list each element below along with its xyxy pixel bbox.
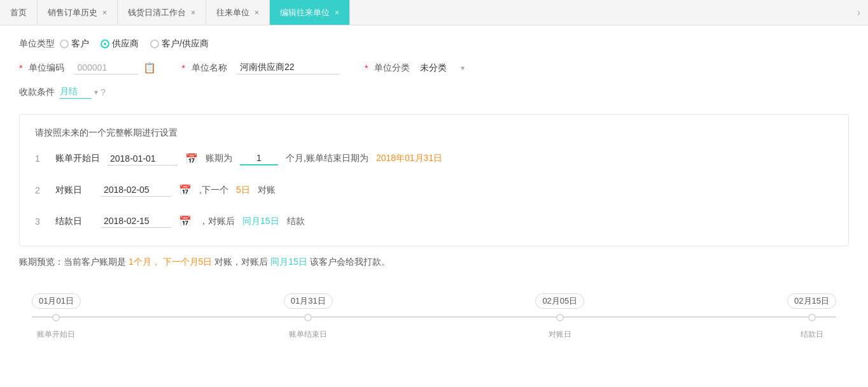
preview-part5: 该客户会给我打款。 [310,257,390,267]
row-2-date-input[interactable] [101,183,171,197]
unit-name-star: * [181,63,185,73]
timeline-items: 01月01日 账单开始日 01月31日 账单结束日 02月05日 对账日 02月… [32,293,836,340]
question-icon[interactable]: ? [101,87,106,97]
row-1-num: 1 [35,153,48,164]
radio-both[interactable]: 客户/供应商 [150,38,209,50]
radio-customer[interactable]: 客户 [60,38,89,50]
unit-category-group: * 单位分类 未分类 ▾ [365,62,465,74]
tab-cashwork-label: 钱货日清工作台 [128,7,186,18]
tab-partner[interactable]: 往来单位 × [206,0,270,25]
timeline-sublabel-4: 结款日 [801,329,823,340]
tab-partner-close[interactable]: × [255,8,259,17]
row-3-num: 3 [35,216,48,227]
unit-category-value: 未分类 [420,62,458,74]
row-3-prefix: ，对账后 [199,216,235,227]
timeline-dot-3 [556,314,564,321]
tab-sales-history[interactable]: 销售订单历史 × [38,0,118,25]
row-2-label: 对账日 [55,185,94,196]
tab-partner-label: 往来单位 [216,7,249,18]
tab-home[interactable]: 首页 [0,0,38,25]
timeline-badge-4: 02月15日 [787,293,836,309]
unit-code-input[interactable] [74,61,138,74]
preview-part2: 下一个月5日 [163,257,213,267]
row-1-calendar-icon[interactable]: 📅 [185,153,198,165]
row-1-suffix-before: 账期为 [206,153,232,164]
tab-edit-partner-close[interactable]: × [335,8,339,17]
tab-sales-history-close[interactable]: × [102,8,107,17]
row-3-label: 结款日 [55,216,94,227]
unit-category-label: 单位分类 [374,62,410,74]
unit-name-group: * 单位名称 [181,61,339,74]
preview-label: 账期预览：当前客户账期是 [19,257,126,267]
radio-supplier-circle [101,39,109,48]
tab-edit-partner-label: 编辑往来单位 [280,7,330,18]
unit-code-group: * 单位编码 📋 [19,61,156,74]
row-3-calendar-icon[interactable]: 📅 [179,215,192,227]
row-2-prefix: ,下一个 [199,185,228,196]
unit-category-chevron-icon[interactable]: ▾ [461,64,465,73]
unit-info-row: * 单位编码 📋 * 单位名称 * 单位分类 未分类 ▾ [19,61,849,74]
row-3-suffix-after: 结款 [287,216,305,227]
unit-category-dropdown[interactable]: 未分类 ▾ [420,62,465,74]
timeline-item-4: 02月15日 结款日 [787,293,836,340]
payment-chevron-icon[interactable]: ▾ [94,88,98,97]
setting-row-1: 1 账单开始日 📅 账期为 个月,账单结束日期为 2018年01月31日 [35,151,833,165]
preview-part4: 同月15日 [270,257,307,267]
unit-code-label: 单位编码 [29,62,64,74]
unit-name-label: 单位名称 [192,62,227,74]
payment-value: 月结 [60,86,92,99]
radio-customer-label: 客户 [71,38,89,50]
preview-section: 账期预览：当前客户账期是 1个月， 下一个月5日 对账，对账后 同月15日 该客… [19,246,849,281]
timeline-badge-3: 02月05日 [535,293,584,309]
section-desc: 请按照未来的一个完整帐期进行设置 [35,127,833,139]
tab-home-label: 首页 [10,7,27,18]
unit-name-input[interactable] [237,61,339,74]
row-1-period-input[interactable] [240,151,278,165]
row-1-date-input[interactable] [108,152,178,165]
payment-row: 收款条件 月结 ▾ ? [19,86,849,99]
timeline-dot-2 [304,314,312,321]
unit-category-star: * [365,63,368,73]
row-1-label: 账单开始日 [55,153,100,164]
radio-supplier[interactable]: 供应商 [101,38,139,50]
row-2-calendar-icon[interactable]: 📅 [179,184,192,196]
tab-cashwork-close[interactable]: × [191,8,195,17]
timeline-badge-1: 01月01日 [32,293,81,309]
payment-label: 收款条件 [19,87,55,98]
timeline-item-1: 01月01日 账单开始日 [32,293,81,340]
timeline-sublabel-3: 对账日 [549,329,571,340]
row-3-highlight-mid: 同月15日 [242,216,279,227]
timeline-dot-1 [52,314,60,321]
tab-edit-partner[interactable]: 编辑往来单位 × [270,0,350,25]
tab-sales-history-label: 销售订单历史 [48,7,97,18]
timeline-dot-4 [808,314,816,321]
row-2-suffix-after: 对账 [258,185,276,196]
preview-part1: 1个月， [129,257,160,267]
tab-cashwork[interactable]: 钱货日清工作台 × [118,0,206,25]
radio-both-circle [150,39,159,48]
row-3-date-input[interactable] [101,215,171,228]
setting-row-3: 3 结款日 📅 ，对账后 同月15日 结款 [35,215,833,228]
timeline: 01月01日 账单开始日 01月31日 账单结束日 02月05日 对账日 02月… [19,287,849,346]
tabs-more-button[interactable]: › [850,0,868,25]
timeline-badge-2: 01月31日 [284,293,333,309]
timeline-sublabel-2: 账单结束日 [289,329,327,340]
payment-dropdown[interactable]: 月结 ▾ [60,86,98,99]
page-content: 单位类型 客户 供应商 客户/供应商 * 单位编码 📋 [0,25,868,387]
timeline-sublabel-1: 账单开始日 [37,329,75,340]
timeline-item-2: 01月31日 账单结束日 [284,293,333,340]
setting-row-2: 2 对账日 📅 ,下一个 5日 对账 [35,183,833,197]
settings-section: 请按照未来的一个完整帐期进行设置 1 账单开始日 📅 账期为 个月,账单结束日期… [19,114,849,246]
unit-code-star: * [19,63,22,73]
row-1-suffix-after: 个月,账单结束日期为 [286,153,368,164]
radio-supplier-label: 供应商 [112,38,139,50]
unit-code-calendar-icon[interactable]: 📋 [143,62,156,74]
unit-type-radio-group: 客户 供应商 客户/供应商 [60,38,209,50]
row-2-num: 2 [35,185,48,195]
radio-both-label: 客户/供应商 [162,38,209,50]
row-1-highlight: 2018年01月31日 [376,153,442,164]
tabs-bar: 首页 销售订单历史 × 钱货日清工作台 × 往来单位 × 编辑往来单位 × › [0,0,868,25]
timeline-item-3: 02月05日 对账日 [535,293,584,340]
preview-part3: 对账，对账后 [214,257,268,267]
radio-customer-circle [60,39,69,48]
